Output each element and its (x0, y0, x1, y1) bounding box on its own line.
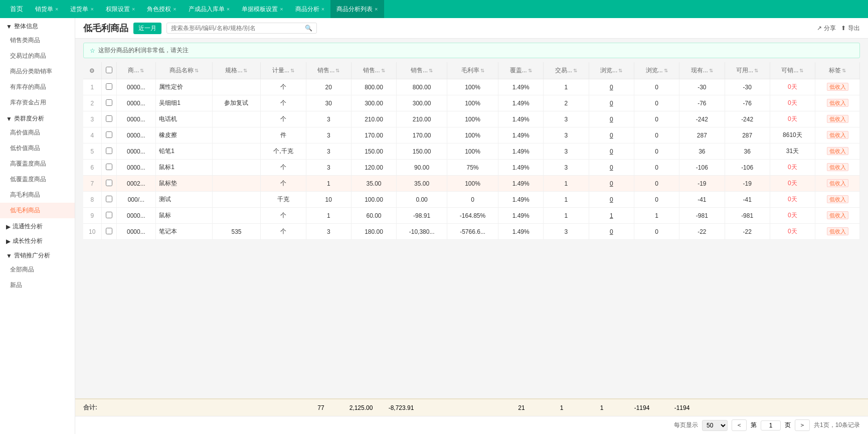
row-spec-4 (212, 143, 261, 160)
search-input[interactable] (171, 25, 305, 32)
row-sales-qty-3: 3 (306, 127, 351, 143)
row-view1-2[interactable]: 0 (589, 111, 634, 127)
footer-spacer1 (107, 404, 125, 411)
sidebar-item-low-coverage[interactable]: 低覆盖度商品 (0, 172, 75, 187)
nav-role-auth[interactable]: 角色授权 × (141, 0, 182, 18)
row-checkbox-5[interactable] (101, 160, 116, 176)
row-available-stock-2: -242 (725, 111, 770, 127)
search-icon[interactable]: 🔍 (305, 25, 312, 32)
nav-close-template[interactable]: × (280, 6, 283, 12)
row-coverage-3: 1.49% (498, 127, 544, 143)
table-row: 10 0000... 笔记本 535 个 3 180.00 -10,380...… (83, 224, 860, 240)
sidebar-item-high-coverage[interactable]: 高覆盖度商品 (0, 156, 75, 172)
row-sales-qty-6: 1 (306, 176, 351, 192)
row-select-9[interactable] (106, 228, 112, 234)
nav-template-settings[interactable]: 单据模板设置 × (236, 0, 289, 18)
col-tag: 标签⇅ (815, 62, 860, 79)
nav-sales-order[interactable]: 销货单 × (29, 0, 64, 18)
search-box: 🔍 (166, 23, 317, 34)
row-select-2[interactable] (106, 115, 112, 122)
row-tag-7: 低收入 (815, 192, 860, 208)
sidebar-item-high-value[interactable]: 高价值商品 (0, 125, 75, 140)
row-select-4[interactable] (106, 148, 112, 154)
sidebar-item-traded-products[interactable]: 交易过的商品 (0, 48, 75, 64)
row-unit-2: 个 (261, 111, 306, 127)
row-view1-3[interactable]: 0 (589, 127, 634, 143)
nav-permission-settings[interactable]: 权限设置 × (100, 0, 141, 18)
col-current-stock: 现有...⇅ (679, 62, 725, 79)
nav-close-role-auth[interactable]: × (173, 6, 176, 12)
sidebar-group-cluster[interactable]: ▼ 类群度分析 (0, 110, 75, 125)
nav-close-product-inbound[interactable]: × (227, 6, 230, 12)
nav-product-inbound[interactable]: 产成品入库单 × (183, 0, 236, 18)
row-checkbox-0[interactable] (101, 79, 116, 95)
sidebar-item-all-products[interactable]: 全部商品 (0, 262, 75, 277)
row-select-3[interactable] (106, 131, 112, 138)
row-sales-profit-7: 0.00 (397, 192, 447, 208)
date-filter-button[interactable]: 近一月 (133, 23, 161, 34)
nav-product-analysis-list[interactable]: 商品分析列表 × (330, 0, 384, 18)
sidebar-item-high-margin[interactable]: 高毛利商品 (0, 187, 75, 203)
row-view1-8[interactable]: 1 (589, 208, 634, 224)
sidebar-group-circulation[interactable]: ▶ 流通性分析 (0, 218, 75, 233)
nav-product-analysis[interactable]: 商品分析 × (289, 0, 330, 18)
row-sales-profit-9: -10,380... (397, 224, 447, 240)
row-select-5[interactable] (106, 164, 112, 170)
nav-close-product-analysis-list[interactable]: × (375, 6, 378, 12)
row-checkbox-6[interactable] (101, 176, 116, 192)
sidebar-item-new-products[interactable]: 新品 (0, 277, 75, 293)
row-checkbox-9[interactable] (101, 224, 116, 240)
row-name-0: 属性定价 (156, 79, 212, 95)
row-checkbox-2[interactable] (101, 111, 116, 127)
nav-home[interactable]: 首页 (4, 0, 29, 18)
sidebar-group-growth[interactable]: ▶ 成长性分析 (0, 233, 75, 247)
nav-close-purchase-order[interactable]: × (90, 6, 93, 12)
sidebar-item-low-value[interactable]: 低价值商品 (0, 140, 75, 156)
row-select-1[interactable] (106, 99, 112, 106)
row-sales-amount-2: 210.00 (351, 111, 396, 127)
row-coverage-9: 1.49% (498, 224, 544, 240)
row-sales-amount-8: 60.00 (351, 208, 396, 224)
row-checkbox-1[interactable] (101, 95, 116, 111)
col-checkbox[interactable] (101, 62, 116, 79)
nav-purchase-order[interactable]: 进货单 × (64, 0, 99, 18)
sidebar-item-category-rate[interactable]: 商品分类助销率 (0, 64, 75, 79)
row-select-6[interactable] (106, 180, 112, 186)
select-all-checkbox[interactable] (106, 67, 112, 73)
row-checkbox-3[interactable] (101, 127, 116, 143)
row-view1-7[interactable]: 0 (589, 192, 634, 208)
row-view1-1[interactable]: 0 (589, 95, 634, 111)
page-size-select[interactable]: 50 100 200 (702, 420, 728, 431)
row-view1-9[interactable]: 0 (589, 224, 634, 240)
nav-close-permission[interactable]: × (132, 6, 135, 12)
row-select-7[interactable] (106, 196, 112, 202)
sidebar-item-low-margin[interactable]: 低毛利商品 (0, 203, 75, 218)
row-view1-5[interactable]: 0 (589, 160, 634, 176)
sidebar-item-capital[interactable]: 库存资金占用 (0, 95, 75, 110)
row-sales-amount-9: 180.00 (351, 224, 396, 240)
row-checkbox-7[interactable] (101, 192, 116, 208)
row-select-8[interactable] (106, 212, 112, 218)
row-view1-0[interactable]: 0 (589, 79, 634, 95)
nav-close-sales-order[interactable]: × (55, 6, 58, 12)
next-page-button[interactable]: ＞ (795, 419, 810, 431)
sidebar-item-sales-products[interactable]: 销售类商品 (0, 33, 75, 48)
row-unit-6: 个 (261, 176, 306, 192)
export-button[interactable]: ⬆ 导出 (841, 24, 860, 33)
col-settings[interactable]: ⚙ (83, 62, 101, 79)
nav-close-product-analysis[interactable]: × (321, 6, 324, 12)
row-checkbox-8[interactable] (101, 208, 116, 224)
row-checkbox-4[interactable] (101, 143, 116, 160)
prev-page-button[interactable]: ＜ (732, 419, 747, 431)
row-gross-margin-6: 100% (447, 176, 498, 192)
row-settings-7: 8 (83, 192, 101, 208)
sidebar-group-marketing[interactable]: ▼ 营销推广分析 (0, 247, 75, 262)
sidebar-item-stocked-products[interactable]: 有库存的商品 (0, 79, 75, 95)
settings-icon[interactable]: ⚙ (89, 67, 95, 74)
share-button[interactable]: ↗ 分享 (817, 24, 836, 33)
sidebar-group-overview[interactable]: ▼ 整体信息 (0, 18, 75, 33)
row-view1-4[interactable]: 0 (589, 143, 634, 160)
page-number-input[interactable] (761, 420, 781, 430)
row-view1-6[interactable]: 0 (589, 176, 634, 192)
row-select-0[interactable] (106, 83, 112, 90)
